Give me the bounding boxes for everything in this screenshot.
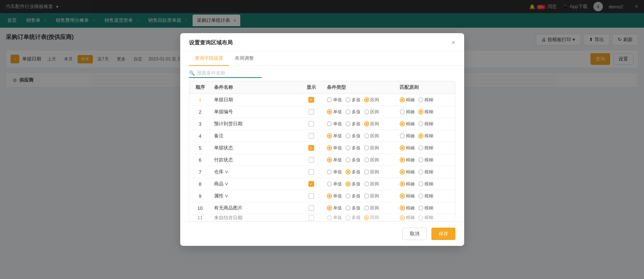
- modal-overlay: 设置查询区域布局 × 查询字段设置 布局调整 🔍 顺序 条件名称: [0, 0, 644, 94]
- modal-table-header-row: 顺序 条件名称 显示 条件类型 匹配原则: [189, 81, 455, 94]
- modal-header: 设置查询区域布局 ×: [180, 33, 464, 51]
- modal-title: 设置查询区域布局: [189, 39, 233, 46]
- modal-tabs: 查询字段设置 布局调整: [180, 51, 464, 66]
- modal-dialog: 设置查询区域布局 × 查询字段设置 布局调整 🔍 顺序 条件名称: [180, 33, 464, 94]
- th-display: 显示: [299, 84, 324, 91]
- th-name: 条件名称: [211, 84, 299, 91]
- modal-tab-query-fields[interactable]: 查询字段设置: [189, 51, 229, 66]
- th-type: 条件类型: [324, 84, 397, 91]
- modal-tab-layout-label: 布局调整: [235, 55, 254, 61]
- search-icon: 🔍: [189, 70, 195, 76]
- modal-tab-query-label: 查询字段设置: [195, 55, 223, 61]
- modal-table: 顺序 条件名称 显示 条件类型 匹配原则 1 单据日期 单值: [180, 81, 464, 94]
- th-order: 顺序: [189, 84, 211, 91]
- modal-close-btn[interactable]: ×: [451, 39, 455, 47]
- modal-search-area: 🔍: [180, 66, 464, 81]
- search-input[interactable]: [197, 70, 255, 76]
- modal-tab-layout[interactable]: 布局调整: [229, 51, 260, 66]
- th-match: 匹配原则: [397, 84, 455, 91]
- search-box: 🔍: [189, 70, 262, 78]
